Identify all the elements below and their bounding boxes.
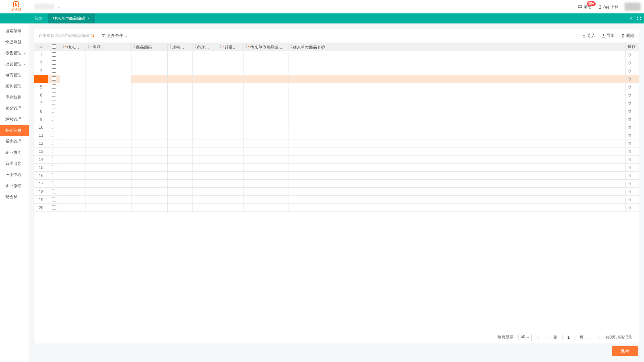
cell[interactable] [218, 115, 244, 123]
close-icon[interactable]: × [87, 16, 90, 21]
cell[interactable] [60, 99, 86, 107]
col-select-all[interactable] [48, 43, 60, 51]
cell[interactable] [193, 196, 218, 204]
row-select[interactable] [48, 51, 60, 59]
table-row[interactable]: 11 [34, 131, 639, 139]
add-row-icon[interactable]: + [39, 76, 44, 82]
trash-icon[interactable] [628, 117, 637, 121]
row-delete[interactable] [626, 91, 639, 99]
row-delete[interactable] [626, 204, 639, 212]
cell[interactable] [86, 67, 131, 75]
row-select[interactable] [48, 107, 60, 115]
cell[interactable] [193, 107, 218, 115]
trash-icon[interactable] [628, 125, 637, 129]
cell[interactable] [218, 188, 244, 196]
cell[interactable] [218, 99, 244, 107]
row-checkbox[interactable] [52, 125, 56, 129]
table-row[interactable]: 2 [34, 59, 639, 67]
cell[interactable] [168, 59, 193, 67]
sidebar-item-1[interactable]: 快捷导航 [0, 37, 29, 48]
cell[interactable] [244, 139, 288, 147]
cell[interactable] [131, 83, 168, 91]
row-delete[interactable] [626, 164, 639, 172]
cell[interactable] [60, 180, 86, 188]
cell[interactable] [193, 115, 218, 123]
sidebar-item-3[interactable]: 批发管理 [0, 59, 29, 70]
col-settings[interactable]: ⚙ [34, 43, 48, 51]
table-row[interactable]: 10 [34, 123, 639, 131]
cell[interactable] [244, 172, 288, 180]
select-all-checkbox[interactable] [52, 44, 56, 49]
cell[interactable] [288, 107, 626, 115]
trash-icon[interactable] [628, 198, 637, 202]
table-row[interactable]: 8 [34, 107, 639, 115]
cell[interactable] [288, 139, 626, 147]
cell[interactable] [131, 51, 168, 59]
cell[interactable] [60, 83, 86, 91]
search-icon[interactable] [90, 33, 95, 38]
trash-icon[interactable] [628, 53, 637, 57]
cell[interactable] [218, 139, 244, 147]
cell[interactable] [288, 156, 626, 164]
cell[interactable] [218, 67, 244, 75]
table-row[interactable]: 1 [34, 51, 639, 59]
row-checkbox[interactable] [52, 205, 56, 209]
row-checkbox[interactable] [52, 68, 56, 73]
cell[interactable] [218, 204, 244, 212]
cell[interactable] [131, 75, 168, 83]
col-measure[interactable]: ▴▾计量… [218, 43, 244, 51]
row-checkbox[interactable] [52, 149, 56, 153]
table-row[interactable]: 9 [34, 115, 639, 123]
row-delete[interactable] [626, 99, 639, 107]
row-delete[interactable] [626, 172, 639, 180]
trash-icon[interactable] [628, 85, 637, 89]
table-row[interactable]: 5 [34, 83, 639, 91]
cell[interactable] [244, 67, 288, 75]
cell[interactable] [86, 204, 131, 212]
cell[interactable] [86, 164, 131, 172]
cell[interactable] [288, 67, 626, 75]
app-download-button[interactable]: App下载 [598, 4, 619, 10]
row-checkbox[interactable] [52, 52, 56, 57]
col-unit[interactable]: ▴▾往来… [60, 43, 86, 51]
cell[interactable] [86, 107, 131, 115]
row-checkbox[interactable] [52, 197, 56, 201]
table-row[interactable]: 16 [34, 172, 639, 180]
sidebar-item-0[interactable]: 搜索菜单 [0, 25, 29, 37]
cell[interactable] [168, 180, 193, 188]
trash-icon[interactable] [628, 109, 637, 113]
row-select[interactable] [48, 75, 60, 83]
cell[interactable] [86, 156, 131, 164]
cell[interactable] [244, 180, 288, 188]
page-last[interactable]: ›| [596, 335, 601, 340]
cell[interactable] [60, 123, 86, 131]
cell[interactable] [131, 115, 168, 123]
cell[interactable] [86, 180, 131, 188]
sidebar-item-14[interactable]: 企业微信 [0, 180, 29, 191]
search-input[interactable] [39, 32, 89, 40]
sidebar-item-4[interactable]: 电商管理 [0, 70, 29, 81]
cell[interactable] [131, 99, 168, 107]
cell[interactable] [218, 147, 244, 156]
cell[interactable] [193, 164, 218, 172]
cell[interactable] [86, 131, 131, 139]
cell[interactable] [288, 164, 626, 172]
row-delete[interactable] [626, 139, 639, 147]
row-checkbox[interactable] [52, 84, 56, 89]
cell[interactable] [168, 123, 193, 131]
col-spec[interactable]: ▴▾规格… [168, 43, 193, 51]
table-row[interactable]: 17 [34, 180, 639, 188]
sidebar-item-2[interactable]: 零售管理 [0, 48, 29, 59]
cell[interactable] [244, 204, 288, 212]
sidebar-item-12[interactable]: 新手引导 [0, 158, 29, 169]
col-unit-prod-code[interactable]: ▴▾往来单位商品编… [244, 43, 288, 51]
table-row[interactable]: 12 [34, 139, 639, 147]
delete-button[interactable]: 删除 [621, 33, 634, 39]
cell[interactable] [86, 147, 131, 156]
page-next[interactable]: › [588, 335, 592, 340]
cell[interactable] [193, 156, 218, 164]
row-delete[interactable] [626, 131, 639, 139]
cell[interactable] [244, 188, 288, 196]
cell[interactable] [244, 51, 288, 59]
cell[interactable] [86, 99, 131, 107]
